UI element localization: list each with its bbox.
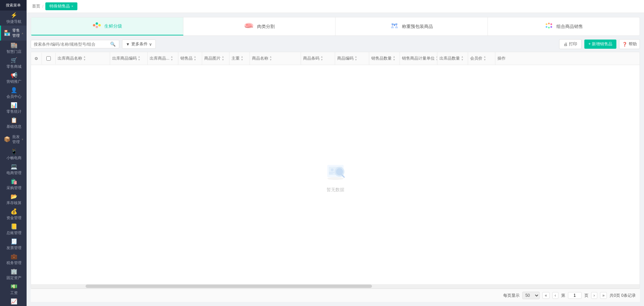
print-button[interactable]: 🖨 打印 — [559, 39, 582, 49]
tab-fresh-grade[interactable]: 生鲜分级 — [31, 17, 183, 35]
scrollbar-thumb[interactable] — [86, 285, 372, 288]
sidebar-item-quick-nav[interactable]: ⚡ 快捷导航 — [0, 11, 27, 26]
sidebar-label: 小畅电商 — [6, 155, 21, 160]
th-out-qty-label: 出库品数量 — [439, 56, 460, 61]
th-qty[interactable]: 销售品数量 ▲▼ — [369, 52, 400, 65]
sidebar-item-smart-store[interactable]: 🏬 智慧门店 — [0, 41, 27, 56]
sidebar-item-retail-mall[interactable]: 🛒 零售商城 — [0, 56, 27, 71]
next-page-button[interactable]: › — [591, 292, 597, 299]
search-box[interactable]: 🔍 — [31, 40, 119, 48]
th-weight[interactable]: 主重 ▲▼ — [229, 52, 250, 65]
sort-icon[interactable]: ▲▼ — [138, 56, 140, 61]
sidebar-item-retail-stat[interactable]: 📊 零售统计 — [0, 101, 27, 116]
prev-page-button[interactable]: ‹ — [552, 292, 558, 299]
sort-icon[interactable]: ▲▼ — [320, 56, 323, 61]
th-img[interactable]: 商品图片 ▲▼ — [202, 52, 229, 65]
empty-text: 暂无数据 — [327, 187, 344, 193]
sidebar-label: 零售管理 — [11, 28, 21, 38]
th-ecode[interactable]: 商品编码 ▲▼ — [335, 52, 369, 65]
sidebar-item-purchase[interactable]: 🛍️ 采购管理 — [0, 177, 27, 192]
sort-icon[interactable]: ▲▼ — [222, 56, 224, 61]
horizontal-scrollbar[interactable] — [31, 284, 640, 288]
th-out-code[interactable]: 出库商品编码 ▲▼ — [110, 52, 148, 65]
sidebar-item-ledger[interactable]: 📒 总账管理 — [0, 222, 27, 237]
sidebar-label: 工资 — [10, 290, 18, 295]
first-page-button[interactable]: « — [542, 292, 550, 299]
sidebar-label: 营销推广 — [6, 79, 21, 84]
sidebar-label: 发票管理 — [6, 245, 21, 250]
sort-icon[interactable]: ▲▼ — [393, 56, 395, 61]
mall-icon: 🛒 — [11, 57, 17, 63]
sidebar-item-basic-info[interactable]: 📋 基础信息 — [0, 116, 27, 131]
th-name2[interactable]: 商品名称 ▲▼ — [250, 52, 301, 65]
search-input[interactable] — [34, 42, 109, 47]
sidebar-item-finance[interactable]: 💰 资金管理 — [0, 207, 27, 222]
help-button[interactable]: ❓ 帮助 — [619, 39, 640, 49]
page-input[interactable] — [568, 292, 582, 299]
sidebar-item-wholesale[interactable]: 📦 批发管理 ▼ — [0, 132, 27, 147]
th-out-qty[interactable]: 出库品数量 ▲▼ — [437, 52, 468, 65]
sort-icon[interactable]: ▲▼ — [83, 56, 86, 61]
sidebar-item-tax[interactable]: 💼 税务管理 — [0, 252, 27, 267]
sidebar-label: 零售统计 — [6, 109, 21, 114]
sidebar-item-promo[interactable]: 📢 营销推广 — [0, 71, 27, 86]
sidebar-logo[interactable]: 搜索菜单 — [0, 0, 27, 11]
page-label: 第 — [561, 293, 565, 299]
svg-point-6 — [246, 24, 248, 25]
print-icon: 🖨 — [564, 42, 568, 47]
tab-weight-pack[interactable]: 称重预包装商品 — [335, 17, 488, 35]
th-checkbox[interactable] — [42, 53, 56, 64]
th-price[interactable]: 会员价 ▲▼ — [468, 52, 495, 65]
filter-button[interactable]: ▼ 更多条件 ∨ — [122, 40, 156, 49]
empty-illustration — [322, 157, 349, 184]
select-all-checkbox[interactable] — [46, 56, 51, 61]
sort-icon[interactable]: ▲▼ — [194, 56, 196, 61]
toolbar: 🔍 ▼ 更多条件 ∨ 🖨 打印 + 新增销售品 ❓ 帮助 — [31, 39, 640, 49]
sort-icon[interactable]: ▲▼ — [483, 56, 486, 61]
th-weight-label: 主重 — [231, 56, 240, 61]
tab-combo-sales[interactable]: 组合商品销售 — [488, 17, 640, 35]
th-unit[interactable]: 销售商品计量单位 ▲▼ — [400, 52, 437, 65]
finance-icon: 💰 — [11, 208, 17, 215]
sidebar-item-retail-mgmt[interactable]: 🏪 零售管理 ▲ — [0, 26, 27, 41]
sidebar-item-inventory[interactable]: 📂 库存核算 — [0, 192, 27, 207]
chevron-down-icon: ▼ — [21, 138, 24, 141]
breadcrumb-home[interactable]: 首页 — [32, 3, 40, 9]
add-button[interactable]: + 新增销售品 — [584, 40, 616, 49]
purchase-icon: 🛍️ — [11, 178, 17, 185]
sort-icon[interactable]: ▲▼ — [269, 56, 272, 61]
meat-cut-icon — [243, 22, 254, 31]
mini-ecom-icon: 📱 — [11, 148, 17, 155]
sidebar-item-salary[interactable]: 💵 工资 — [0, 282, 27, 297]
invoice-icon: 🧾 — [11, 238, 17, 245]
sort-icon[interactable]: ▲▼ — [170, 56, 173, 61]
th-out-code-label: 出库商品编码 — [112, 56, 137, 61]
last-page-button[interactable]: » — [600, 292, 607, 299]
svg-rect-28 — [329, 172, 334, 172]
sidebar: 搜索菜单 ⚡ 快捷导航 🏪 零售管理 ▲ 🏬 智慧门店 🛒 零售商城 📢 营销推… — [0, 0, 27, 306]
tab-close-button[interactable]: × — [71, 4, 73, 8]
per-page-select[interactable]: 50 10 20 100 — [522, 292, 540, 299]
th-barcode[interactable]: 商品条码 ▲▼ — [301, 52, 335, 65]
add-label: + 新增销售品 — [588, 41, 612, 47]
sidebar-item-fixed-asset[interactable]: 🏢 固定资产 — [0, 267, 27, 282]
sort-icon[interactable]: ▲▼ — [241, 56, 243, 61]
sidebar-label: 库存核算 — [6, 200, 21, 205]
th-qty-label: 销售品数量 — [371, 56, 392, 61]
sidebar-item-mini-ecom[interactable]: 📱 小畅电商 — [0, 147, 27, 162]
sidebar-item-ecom-mgmt[interactable]: 💻 电商管理 — [0, 162, 27, 177]
sidebar-label: 固定资产 — [6, 275, 21, 280]
sidebar-item-members[interactable]: 👤 会员中心 — [0, 86, 27, 101]
svg-point-2 — [98, 24, 101, 27]
sort-icon[interactable]: ▲▼ — [461, 56, 464, 61]
th-settings[interactable]: ⚙ — [31, 53, 42, 64]
active-tab[interactable]: 特殊销售品 × — [45, 2, 77, 10]
sidebar-item-invoice[interactable]: 🧾 发票管理 — [0, 237, 27, 252]
th-out-sku[interactable]: 出库商品... ▲▼ — [148, 52, 178, 65]
sidebar-item-ops-mgmt[interactable]: 📈 经营管理 — [0, 297, 27, 306]
sort-icon[interactable]: ▲▼ — [355, 56, 357, 61]
tab-meat-cut[interactable]: 肉类分割 — [183, 17, 336, 35]
th-out-name[interactable]: 出库商品名称 ▲▼ — [56, 52, 110, 65]
search-icon[interactable]: 🔍 — [110, 42, 116, 47]
th-sales[interactable]: 销售品 ▲▼ — [178, 52, 202, 65]
